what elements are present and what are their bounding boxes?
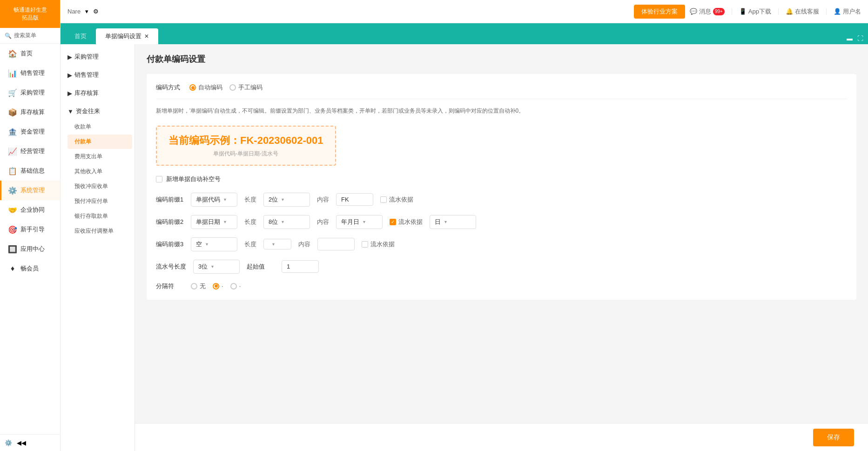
maximize-icon[interactable]: ⛶ [857,35,863,42]
tab-close-icon[interactable]: ✕ [144,33,149,40]
auto-encoding-radio[interactable]: 自动编码 [189,83,222,92]
divider [732,8,732,15]
prefix2-serial-checkbox-group: 流水依据 [390,218,423,226]
online-service-button[interactable]: 🔔 在线客服 [786,7,819,16]
info-text: 新增单据时，'单据编码'自动生成，不可编辑。前缀设置为部门、业务员等档案类，开单… [156,106,847,116]
separator-dot1-radio[interactable]: · [213,283,223,289]
sidebar-item-guide[interactable]: 🎯 新手引导 [0,220,60,239]
prefix3-content-input[interactable] [317,238,355,250]
prefix2-unit-arrow: ▾ [444,219,447,224]
member-icon: ♦ [8,264,17,273]
chevron-right-icon2: ▶ [67,72,72,79]
prefix2-content-select[interactable]: 年月日 ▾ [336,215,383,229]
message-button[interactable]: 💬 消息 99+ [690,7,725,16]
serial-start-label: 起始值 [247,263,275,271]
prefix3-length-arrow: ▾ [272,242,275,247]
sub-item-adjustment[interactable]: 应收应付调整单 [67,224,132,238]
search-icon: 🔍 [5,33,12,39]
prefix3-select[interactable]: 空 ▾ [191,237,237,251]
prefix1-serial-checkbox[interactable] [380,196,387,203]
sub-item-bank[interactable]: 银行存取款单 [67,209,132,223]
sub-group-inventory-header[interactable]: ▶ 库存核算 [61,85,135,101]
serial-start-input[interactable] [282,260,319,273]
prefix1-row: 编码前缀1 单据代码 ▾ 长度 2位 ▾ 内容 [156,193,847,207]
sub-item-receipt[interactable]: 收款单 [67,120,132,134]
sidebar-item-collab[interactable]: 🤝 企业协同 [0,200,60,220]
save-bar: 保存 [135,423,868,451]
topbar: Nare ▾ ⚙ 体验行业方案 💬 消息 99+ 📱 App下载 🔔 在线客服 … [61,0,868,23]
sub-group-purchase-header[interactable]: ▶ 采购管理 [61,49,135,65]
sidebar-item-finance[interactable]: 🏦 资金管理 [0,122,60,141]
prefix3-serial-checkbox[interactable] [362,241,368,248]
sub-item-payment[interactable]: 付款单 [67,135,132,149]
prefix3-content-label: 内容 [298,240,310,249]
guide-icon: 🎯 [8,225,17,234]
manual-encoding-dot [229,84,236,91]
user-icon: 👤 [834,8,841,15]
auto-fill-checkbox[interactable] [156,176,162,182]
user-menu[interactable]: 👤 用户名 [834,7,861,16]
sub-group-capital: ▼ 资金往来 收款单 付款单 费用支出单 其他收入单 预收冲应收单 预付冲应付单… [61,103,135,238]
prefix2-select[interactable]: 单据日期 ▾ [191,215,237,229]
prefix1-select[interactable]: 单据代码 ▾ [191,193,237,207]
tab-encoding-settings[interactable]: 单据编码设置 ✕ [96,28,158,44]
minimize-icon[interactable]: ▬ [847,35,853,42]
sub-group-capital-header[interactable]: ▼ 资金往来 [61,103,135,119]
sidebar-item-inventory[interactable]: 📦 库存核算 [0,102,60,122]
separator-label: 分隔符 [156,282,184,290]
sidebar-item-base-info[interactable]: 📋 基础信息 [0,161,60,181]
sub-item-other-income[interactable]: 其他收入单 [67,164,132,179]
sub-group-sales-header[interactable]: ▶ 销售管理 [61,67,135,83]
prefix2-arrow: ▾ [224,219,226,224]
prefix2-content-arrow: ▾ [363,219,365,224]
message-badge: 99+ [713,8,725,15]
prefix2-length-select[interactable]: 8位 ▾ [263,215,310,229]
page-title: 付款单编码设置 [147,54,856,65]
prefix2-serial-checkbox[interactable] [390,219,396,225]
sidebar-item-member[interactable]: ♦ 畅会员 [0,259,60,278]
app-download-button[interactable]: 📱 App下载 [739,7,771,16]
sidebar-item-home[interactable]: 🏠 首页 [0,44,60,63]
tabbar: 首页 单据编码设置 ✕ ▬ ⛶ [61,23,868,44]
try-industry-button[interactable]: 体验行业方案 [634,5,685,19]
settings-top-icon[interactable]: ⚙ [93,8,99,15]
base-info-icon: 📋 [8,167,17,175]
collapse-icon[interactable]: ◀◀ [17,439,26,446]
prefix3-length-label: 长度 [244,240,256,249]
sidebar-search[interactable]: 🔍 搜索菜单 [0,28,60,44]
app-logo: 畅通道好生意 拓品版 [0,0,60,28]
inventory-icon: 📦 [8,108,17,116]
prefix3-length-select[interactable]: ▾ [263,239,291,249]
divider3 [826,8,827,15]
prefix1-length-select[interactable]: 2位 ▾ [263,193,310,207]
sidebar-item-system[interactable]: ⚙️ 系统管理 [0,181,60,200]
encoding-method-label: 编码方式 [156,83,180,92]
sub-item-prepay-receivable[interactable]: 预收冲应收单 [67,179,132,194]
sidebar-item-operation[interactable]: 📈 经营管理 [0,141,60,161]
prefix1-content-input[interactable] [336,193,373,206]
serial-select[interactable]: 3位 ▾ [193,260,240,274]
sub-group-sales: ▶ 销售管理 [61,67,135,83]
sidebar-item-apps[interactable]: 🔲 应用中心 [0,239,60,259]
manual-encoding-radio[interactable]: 手工编码 [229,83,262,92]
settings-icon[interactable]: ⚙️ [5,439,12,446]
prefix1-serial-checkbox-group: 流水依据 [380,195,413,204]
separator-none-radio[interactable]: 无 [191,282,206,290]
chevron-down-icon2: ▼ [67,108,74,115]
save-button[interactable]: 保存 [813,429,854,446]
sub-item-expense[interactable]: 费用支出单 [67,149,132,164]
sales-icon: 📊 [8,69,17,77]
tab-home[interactable]: 首页 [65,28,96,44]
sidebar-item-sales[interactable]: 📊 销售管理 [0,63,60,83]
prefix1-arrow: ▾ [224,197,226,202]
prefix1-length-arrow: ▾ [282,197,284,202]
prefix2-serial-unit-select[interactable]: 日 ▾ [430,215,476,229]
download-icon: 📱 [739,8,747,15]
example-box: 当前编码示例：FK-20230602-001 单据代码-单据日期-流水号 [156,126,336,166]
chevron-down-icon[interactable]: ▾ [85,8,88,15]
chevron-right-icon: ▶ [67,54,72,61]
chevron-right-icon3: ▶ [67,90,72,97]
sub-item-prepay-payable[interactable]: 预付冲应付单 [67,194,132,209]
separator-dot2-radio[interactable]: · [230,283,241,289]
sidebar-item-purchase[interactable]: 🛒 采购管理 [0,83,60,102]
